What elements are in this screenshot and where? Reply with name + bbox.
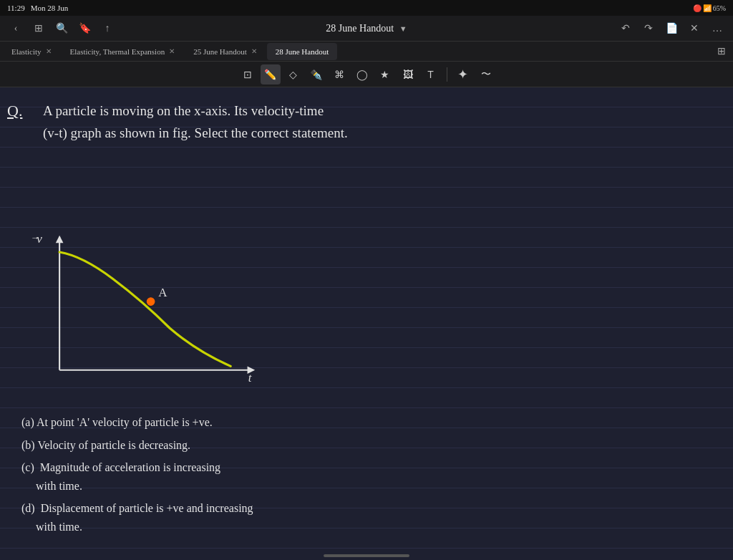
eraser-tool[interactable]: ◇ xyxy=(283,64,304,85)
undo-icon[interactable]: ↶ xyxy=(617,20,634,37)
lasso-tool[interactable]: ⌘ xyxy=(329,64,349,85)
home-indicator[interactable] xyxy=(324,554,409,557)
svg-marker-2 xyxy=(56,236,64,243)
tab-close-25june[interactable]: ✕ xyxy=(251,48,257,55)
svg-text:→: → xyxy=(31,233,40,243)
status-bar: 11:29 Mon 28 Jun 🔴 📶 65% xyxy=(0,0,733,16)
extra-icon[interactable]: … xyxy=(709,20,726,37)
zoom-tool[interactable]: ⊡ xyxy=(238,64,258,85)
page-icon[interactable]: 📄 xyxy=(663,20,680,37)
option-a: (a) At point 'A' velocity of particle is… xyxy=(21,413,712,432)
option-d: (d) Displacement of particle is +ve and … xyxy=(21,499,712,536)
date-display: Mon 28 Jun xyxy=(31,4,69,12)
option-b: (b) Velocity of particle is decreasing. xyxy=(21,436,712,455)
more-options-icon[interactable]: ✕ xyxy=(686,20,703,37)
star-tool[interactable]: ★ xyxy=(375,64,395,85)
dropdown-arrow[interactable]: ▼ xyxy=(399,24,407,33)
tab-close-thermal[interactable]: ✕ xyxy=(169,48,175,55)
redo-icon[interactable]: ↷ xyxy=(640,20,657,37)
document-title: 28 June Handout ▼ xyxy=(326,23,407,34)
tabs-bar: Elasticity ✕ Elasticity, Thermal Expansi… xyxy=(0,42,733,62)
tab-elasticity-thermal[interactable]: Elasticity, Thermal Expansion ✕ xyxy=(62,43,184,60)
option-b-label: (b) xyxy=(21,439,35,451)
toolbar: ⊡ ✏️ ◇ ✒️ ⌘ ◯ ★ 🖼 T ✦ 〜 xyxy=(0,62,733,87)
share-icon[interactable]: ↑ xyxy=(99,20,116,37)
question-text: A particle is moving on the x-axis. Its … xyxy=(21,100,719,144)
options-area: (a) At point 'A' velocity of particle is… xyxy=(21,413,712,541)
bookmark-icon[interactable]: 🔖 xyxy=(76,20,93,37)
option-b-text: Velocity of particle is decreasing. xyxy=(37,439,190,451)
tab-28june[interactable]: 28 June Handout xyxy=(267,43,338,60)
image-tool[interactable]: 🖼 xyxy=(398,64,418,85)
expand-tool[interactable]: 〜 xyxy=(476,64,496,85)
back-icon[interactable]: ‹ xyxy=(7,20,24,37)
color-picker[interactable]: ✦ xyxy=(453,64,473,85)
time-display: 11:29 xyxy=(7,4,25,12)
title-bar: ‹ ⊞ 🔍 🔖 ↑ 28 June Handout ▼ ↶ ↷ 📄 ✕ … xyxy=(0,16,733,42)
battery-percent: 65% xyxy=(713,4,726,12)
tab-close-elasticity[interactable]: ✕ xyxy=(46,48,52,55)
svg-text:A: A xyxy=(158,286,168,299)
grid-icon[interactable]: ⊞ xyxy=(30,20,47,37)
toolbar-separator xyxy=(447,67,447,82)
question-line1: A particle is moving on the x-axis. Its … xyxy=(21,100,719,121)
pen-tool[interactable]: ✏️ xyxy=(261,64,281,85)
question-label: Q. xyxy=(7,102,22,120)
option-c: (c) Magnitude of acceleration is increas… xyxy=(21,458,712,495)
search-icon[interactable]: 🔍 xyxy=(53,20,70,37)
graph-area: v → t A xyxy=(21,227,265,399)
option-a-text: At point 'A' velocity of particle is +ve… xyxy=(37,416,213,428)
wifi-indicator: 📶 xyxy=(703,4,712,12)
content-area: Q. A particle is moving on the x-axis. I… xyxy=(0,87,733,560)
text-tool[interactable]: T xyxy=(421,64,441,85)
svg-point-7 xyxy=(147,298,155,306)
shape-tool[interactable]: ◯ xyxy=(352,64,372,85)
tab-grid-icon[interactable]: ⊞ xyxy=(717,45,726,57)
battery-icon: 🔴 📶 65% xyxy=(693,4,726,12)
option-a-label: (a) xyxy=(21,416,34,428)
svg-text:t: t xyxy=(248,371,253,385)
option-d-label: (d) xyxy=(21,502,35,514)
velocity-time-graph: v → t A xyxy=(21,227,265,399)
question-line2: (v-t) graph as shown in fig. Select the … xyxy=(21,122,719,143)
tab-25june[interactable]: 25 June Handout ✕ xyxy=(185,43,266,60)
tab-elasticity[interactable]: Elasticity ✕ xyxy=(3,43,60,60)
main-content: Q. A particle is moving on the x-axis. I… xyxy=(0,87,733,560)
highlighter-tool[interactable]: ✒️ xyxy=(306,64,326,85)
option-c-label: (c) xyxy=(21,461,34,473)
